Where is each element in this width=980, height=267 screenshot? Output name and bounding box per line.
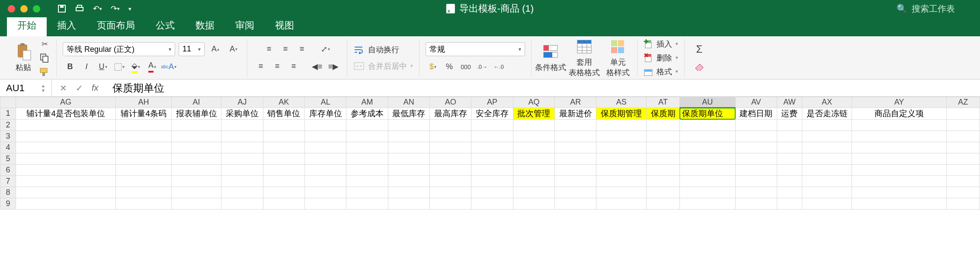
- cell[interactable]: [388, 142, 429, 153]
- spreadsheet-grid[interactable]: AGAHAIAJAKALAMANAOAPAQARASATAUAVAWAXAYAZ…: [0, 97, 980, 210]
- cell[interactable]: [680, 176, 735, 187]
- cell[interactable]: [263, 176, 304, 187]
- cell[interactable]: [735, 176, 777, 187]
- cell[interactable]: [513, 165, 554, 176]
- decrease-indent-icon[interactable]: ◀≡: [310, 60, 324, 73]
- cell[interactable]: 最高库存: [430, 108, 471, 120]
- close-window-icon[interactable]: [8, 5, 15, 13]
- cell[interactable]: 运费: [777, 108, 802, 120]
- column-header[interactable]: AN: [388, 97, 429, 108]
- cell[interactable]: [171, 176, 221, 187]
- cell[interactable]: [555, 131, 596, 142]
- row-header[interactable]: 3: [0, 131, 16, 142]
- comma-icon[interactable]: 000: [458, 60, 473, 73]
- fx-icon[interactable]: fx: [92, 83, 99, 93]
- cell[interactable]: [305, 131, 346, 142]
- search-box[interactable]: 🔍: [897, 3, 971, 14]
- italic-button[interactable]: I: [79, 60, 94, 73]
- cell[interactable]: [555, 165, 596, 176]
- cell[interactable]: [777, 142, 802, 153]
- undo-icon[interactable]: ↶ ▾: [93, 4, 102, 13]
- cell[interactable]: 辅计量4是否包装单位: [16, 108, 115, 120]
- cell[interactable]: [16, 131, 115, 142]
- cell[interactable]: [735, 187, 777, 198]
- column-header[interactable]: AK: [263, 97, 304, 108]
- cell[interactable]: [735, 165, 777, 176]
- cell[interactable]: 商品自定义项: [852, 108, 946, 120]
- merge-center-button[interactable]: 合并后居中 ▾: [353, 61, 413, 71]
- cell[interactable]: [735, 153, 777, 165]
- cell[interactable]: [680, 153, 735, 165]
- cell[interactable]: [263, 165, 304, 176]
- cell[interactable]: [430, 198, 471, 210]
- redo-icon[interactable]: ↷ ▾: [111, 4, 120, 13]
- cell[interactable]: [16, 165, 115, 176]
- row-header[interactable]: 6: [0, 165, 16, 176]
- cell[interactable]: [116, 131, 171, 142]
- cell[interactable]: [388, 131, 429, 142]
- cell[interactable]: [596, 131, 647, 142]
- cut-icon[interactable]: ✂: [39, 39, 50, 49]
- cell[interactable]: [471, 131, 513, 142]
- cell[interactable]: [946, 176, 980, 187]
- conditional-format-button[interactable]: 条件格式: [538, 43, 564, 73]
- row-header[interactable]: 2: [0, 120, 16, 131]
- row-header[interactable]: 7: [0, 176, 16, 187]
- cell[interactable]: [596, 187, 647, 198]
- cell[interactable]: [802, 176, 852, 187]
- cell[interactable]: [852, 176, 946, 187]
- cell[interactable]: [346, 153, 388, 165]
- cell[interactable]: [647, 176, 680, 187]
- wrap-text-button[interactable]: 自动换行: [353, 44, 399, 55]
- cell[interactable]: [221, 153, 263, 165]
- cell[interactable]: [346, 198, 388, 210]
- cell[interactable]: [680, 165, 735, 176]
- cell[interactable]: [471, 176, 513, 187]
- cell[interactable]: [263, 153, 304, 165]
- fill-color-button[interactable]: ⬙▾: [128, 60, 143, 73]
- cell[interactable]: [802, 120, 852, 131]
- cell[interactable]: [946, 153, 980, 165]
- cell[interactable]: [735, 120, 777, 131]
- cell[interactable]: [171, 198, 221, 210]
- cell-styles-button[interactable]: 单元 格样式: [605, 38, 631, 78]
- cell[interactable]: [346, 176, 388, 187]
- align-center-icon[interactable]: ≡: [270, 60, 285, 73]
- cell[interactable]: [171, 120, 221, 131]
- cell[interactable]: [16, 153, 115, 165]
- cell[interactable]: [171, 142, 221, 153]
- cell[interactable]: [946, 187, 980, 198]
- cell[interactable]: [263, 187, 304, 198]
- row-header[interactable]: 4: [0, 142, 16, 153]
- column-header[interactable]: AV: [735, 97, 777, 108]
- cell[interactable]: [171, 187, 221, 198]
- cell[interactable]: 库存单位: [305, 108, 346, 120]
- row-header[interactable]: 8: [0, 187, 16, 198]
- cell[interactable]: [680, 187, 735, 198]
- cell[interactable]: [555, 176, 596, 187]
- cell[interactable]: [802, 198, 852, 210]
- cell[interactable]: [305, 142, 346, 153]
- align-right-icon[interactable]: ≡: [286, 60, 301, 73]
- font-size-select[interactable]: 11▾: [179, 42, 205, 56]
- tab-formulas[interactable]: 公式: [145, 15, 185, 36]
- cell[interactable]: [852, 187, 946, 198]
- cell[interactable]: [596, 142, 647, 153]
- cell[interactable]: [852, 120, 946, 131]
- cell[interactable]: [777, 131, 802, 142]
- cell[interactable]: [680, 142, 735, 153]
- cell[interactable]: [116, 153, 171, 165]
- cell[interactable]: [946, 165, 980, 176]
- autosum-icon[interactable]: Σ: [691, 43, 708, 56]
- cell[interactable]: [777, 187, 802, 198]
- cell[interactable]: [305, 120, 346, 131]
- cell[interactable]: [430, 187, 471, 198]
- cell[interactable]: [802, 165, 852, 176]
- align-left-icon[interactable]: ≡: [253, 60, 268, 73]
- cell[interactable]: [305, 176, 346, 187]
- cell[interactable]: [388, 120, 429, 131]
- cell[interactable]: [647, 142, 680, 153]
- column-header[interactable]: AQ: [513, 97, 554, 108]
- cell[interactable]: [16, 187, 115, 198]
- column-header[interactable]: AM: [346, 97, 388, 108]
